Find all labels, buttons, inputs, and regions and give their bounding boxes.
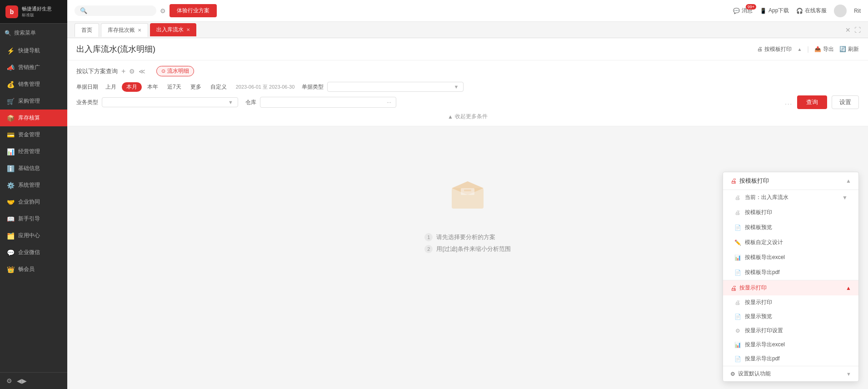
filter-toolbar: 按以下方案查询 + ⚙ ≪ ⊙ 流水明细 <box>76 66 859 76</box>
setup-button[interactable]: 设置 <box>832 95 859 109</box>
filter-group-date: 单据日期 上月 本月 本年 近7天 更多 自定义 2023-06-01 至 20… <box>76 82 294 92</box>
nav-icon-kucun: 📦 <box>6 115 15 122</box>
sidebar-item-yingyong[interactable]: 🗂️ 应用中心 <box>0 227 67 244</box>
date-tab-jin7[interactable]: 近7天 <box>164 82 185 92</box>
tab-expand-icon[interactable]: ⛶ <box>854 26 861 34</box>
tab-close-kucun[interactable]: ✕ <box>138 28 141 33</box>
sidebar-item-jingying[interactable]: 📊 经营管理 <box>0 143 67 160</box>
username-label: Rit <box>854 8 861 14</box>
topbar-left: 🔍 ⚙ 体验行业方案 <box>75 4 728 17</box>
app-name: 畅捷通好生意 标准版 <box>22 5 52 18</box>
topbar-gear-icon[interactable]: ⚙ <box>160 7 166 15</box>
export-button[interactable]: 📤 导出 <box>814 45 834 53</box>
collapse-button[interactable]: ▲ 收起更多条件 <box>76 113 859 120</box>
dp-template-design[interactable]: ✏️ 模板自定义设计 <box>723 235 858 250</box>
doctype-select[interactable]: ▼ <box>327 82 464 92</box>
printer-icon: 🖨 <box>757 46 763 52</box>
sidebar-settings-icon[interactable]: ⚙ <box>6 377 12 384</box>
warehouse-select[interactable]: ··· <box>260 97 396 108</box>
collapse-up-icon: ▲ <box>448 114 453 120</box>
sidebar-item-yingxiao[interactable]: 📣 营销推广 <box>0 59 67 76</box>
sidebar-item-xitong[interactable]: ⚙️ 系统管理 <box>0 177 67 194</box>
page-title: 出入库流水(流水明细) <box>76 44 155 60</box>
sidebar-item-qiye[interactable]: 🤝 企业协同 <box>0 194 67 210</box>
dp-current-template[interactable]: 🖨 当前：出入库流水 ▼ <box>723 190 858 205</box>
topbar-search-box: 🔍 <box>75 5 156 16</box>
dp-display-chevron[interactable]: ▲ <box>846 285 851 291</box>
print-template-button[interactable]: 🖨 按模板打印 <box>757 45 792 53</box>
dp-display-print-settings[interactable]: ⚙ 按显示打印设置 <box>723 324 858 338</box>
sidebar-search-area: 🔍 搜索菜单 <box>0 24 67 42</box>
search-input[interactable] <box>90 8 145 14</box>
sidebar-item-huiyuan[interactable]: 👑 畅会员 <box>0 261 67 278</box>
tab-kucun-pici[interactable]: 库存批次账 ✕ <box>101 23 148 37</box>
print-chevron-icon[interactable]: ▲ <box>797 47 802 52</box>
user-avatar[interactable] <box>834 5 847 17</box>
sidebar-item-zijin[interactable]: 💳 资金管理 <box>0 126 67 143</box>
page-actions: 🖨 按模板打印 ▲ | 📤 导出 🔄 刷新 <box>757 45 859 59</box>
query-button[interactable]: 查询 <box>797 95 827 109</box>
dp-template-header-left: 🖨 按模板打印 <box>730 177 769 185</box>
dp-display-print[interactable]: 🖨 按显示打印 <box>723 295 858 309</box>
tab-close-churuku[interactable]: ✕ <box>186 27 190 32</box>
refresh-button[interactable]: 🔄 刷新 <box>839 45 859 53</box>
svg-rect-3 <box>464 190 471 191</box>
nav-icon-zijin: 💳 <box>6 131 15 139</box>
date-tab-more[interactable]: 更多 <box>187 82 205 92</box>
phone-icon: 📱 <box>760 8 767 14</box>
sidebar: b 畅捷通好生意 标准版 🔍 搜索菜单 ⚡ 快捷导航 📣 营销推广 💰 销售管理… <box>0 0 67 389</box>
page-content: 1 请先选择要分析的方案 2 用[过滤]条件来缩小分析范围 🖨 按模板打印 <box>67 126 868 300</box>
tabbar: 首页 库存批次账 ✕ 出入库流水 ✕ ✕ ⛶ <box>67 22 868 38</box>
dp-template-pdf[interactable]: 📄 按模板导出pdf <box>723 265 858 280</box>
topbar: 🔍 ⚙ 体验行业方案 💬 消息 99+ 📱 App下载 🎧 在线客服 Rit <box>67 0 868 22</box>
sidebar-item-kucun[interactable]: 📦 库存核算 <box>0 110 67 126</box>
sidebar-item-xiaoshou[interactable]: 💰 销售管理 <box>0 76 67 93</box>
sidebar-item-caigou[interactable]: 🛒 采购管理 <box>0 93 67 110</box>
filter-add-icon[interactable]: + <box>121 67 125 75</box>
sidebar-item-kuaijie[interactable]: ⚡ 快捷导航 <box>0 42 67 59</box>
dp-template-chevron[interactable]: ▲ <box>846 178 851 184</box>
date-range-text: 2023-06-01 至 2023-06-30 <box>236 84 295 90</box>
nav-icon-xiaoshou: 💰 <box>6 81 15 88</box>
dp-current-chevron[interactable]: ▼ <box>842 194 848 201</box>
sidebar-item-weixin[interactable]: 💬 企业微信 <box>0 244 67 261</box>
date-tab-zidingyi[interactable]: 自定义 <box>207 82 230 92</box>
sidebar-item-xinshou[interactable]: 📖 新手引导 <box>0 210 67 227</box>
sidebar-item-jichu[interactable]: ℹ️ 基础信息 <box>0 160 67 177</box>
date-tab-bennian[interactable]: 本年 <box>144 82 162 92</box>
dp-display-excel[interactable]: 📊 按显示导出excel <box>723 338 858 352</box>
sidebar-collapse-icon[interactable]: ◀▶ <box>17 377 27 384</box>
online-service-button[interactable]: 🎧 在线客服 <box>796 7 827 15</box>
tab-collapse-icon[interactable]: ✕ <box>845 26 851 34</box>
dp-footer[interactable]: ⚙ 设置默认功能 ▼ <box>723 366 858 381</box>
dp-display-pdf[interactable]: 📄 按显示导出pdf <box>723 352 858 366</box>
nav-icon-huiyuan: 👑 <box>6 266 15 273</box>
more-dots[interactable]: ... <box>785 99 793 106</box>
sidebar-search-button[interactable]: 🔍 搜索菜单 <box>5 27 63 39</box>
biztype-select[interactable]: ▼ <box>102 97 238 107</box>
template-icon: 🖨 <box>734 194 741 201</box>
dp-template-preview[interactable]: 📄 按模板预览 <box>723 220 858 235</box>
dp-footer-chevron: ▼ <box>846 371 851 377</box>
dp-template-print[interactable]: 🖨 按模板打印 <box>723 205 858 220</box>
dp-display-section-left: 🖨 按显示打印 <box>730 284 767 292</box>
filter-group-warehouse: 仓库 ··· <box>245 97 396 108</box>
filter-collapse-icon[interactable]: ≪ <box>139 68 145 75</box>
dp-template-header[interactable]: 🖨 按模板打印 ▲ <box>723 172 858 190</box>
warehouse-dots[interactable]: ··· <box>387 99 391 105</box>
nav-icon-xinshou: 📖 <box>6 215 15 223</box>
dp-display-section-header[interactable]: 🖨 按显示打印 ▲ <box>723 280 858 295</box>
nav-icon-yingyong: 🗂️ <box>6 232 15 239</box>
dp-template-excel[interactable]: 📊 按模板导出excel <box>723 250 858 265</box>
tab-churuku[interactable]: 出入库流水 ✕ <box>150 23 196 36</box>
filter-tag-liushui[interactable]: ⊙ 流水明细 <box>156 66 194 76</box>
date-tab-shangyue[interactable]: 上月 <box>102 82 120 92</box>
print-icon: 🖨 <box>734 209 741 216</box>
app-download-button[interactable]: 📱 App下载 <box>760 7 789 15</box>
filter-settings-icon[interactable]: ⚙ <box>129 68 135 75</box>
tab-home[interactable]: 首页 <box>75 23 99 37</box>
message-button[interactable]: 💬 消息 99+ <box>733 7 753 15</box>
dp-display-preview[interactable]: 📄 按显示预览 <box>723 309 858 324</box>
industry-btn[interactable]: 体验行业方案 <box>170 4 217 17</box>
date-tab-benyue[interactable]: 本月 <box>122 82 142 92</box>
